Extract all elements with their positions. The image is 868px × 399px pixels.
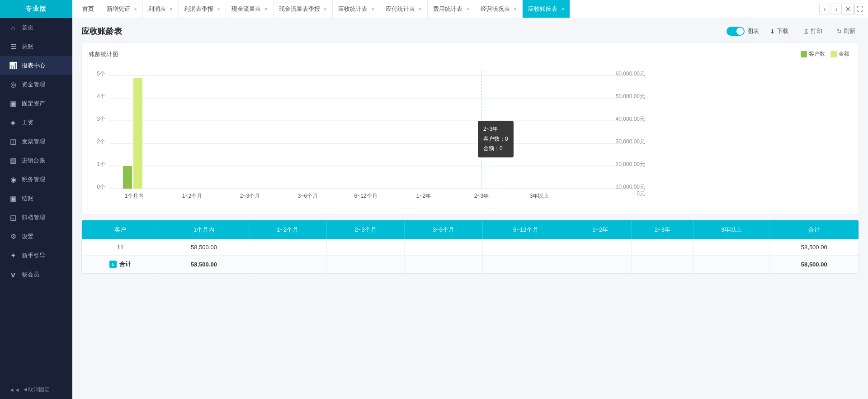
page-title: 应收账龄表 xyxy=(81,26,122,37)
svg-text:2~3年: 2~3年 xyxy=(474,193,489,199)
chart-toggle-wrap: 图表 xyxy=(726,27,759,36)
chart-toggle-label: 图表 xyxy=(747,27,759,35)
tab-voucher[interactable]: 新增凭证 × xyxy=(101,0,143,18)
svg-text:6~12个月: 6~12个月 xyxy=(354,193,377,199)
chart-area: 账龄统计图 客户数 金额 5个 4个 3个 2个 1个 xyxy=(81,43,859,214)
tab-profit-quarter-close[interactable]: × xyxy=(217,6,220,12)
sidebar-item-ledger[interactable]: ☰ 总账 xyxy=(0,37,72,56)
vip-icon: V xyxy=(9,271,17,279)
tab-aging[interactable]: 应收账龄表 × xyxy=(523,0,570,18)
tab-next-button[interactable]: › xyxy=(831,4,842,14)
svg-text:5个: 5个 xyxy=(97,71,105,77)
reports-icon: 📊 xyxy=(9,62,17,70)
col-m12: 1~2个月 xyxy=(249,220,326,239)
download-icon: ⬇ xyxy=(770,28,775,35)
tab-nav-buttons: ‹ › ✕ ⛶ xyxy=(819,4,865,14)
page-body: 应收账龄表 图表 ⬇ 下载 🖨 打印 ↻ 刷新 xyxy=(72,18,868,399)
tab-cashflow-quarter[interactable]: 现金流量表季报 × xyxy=(274,0,333,18)
legend-customer-color xyxy=(801,51,807,57)
app-logo: 专业版 xyxy=(0,0,72,18)
svg-text:40,000.00元: 40,000.00元 xyxy=(616,116,645,122)
svg-text:1个: 1个 xyxy=(97,161,105,167)
tab-cashflow-close[interactable]: × xyxy=(264,6,268,12)
tab-operation-close[interactable]: × xyxy=(514,6,517,12)
sidebar-item-salary[interactable]: ◈ 工资 xyxy=(0,113,72,132)
refresh-button[interactable]: ↻ 刷新 xyxy=(833,25,859,37)
chart-svg-wrap: 5个 4个 3个 2个 1个 0个 60,000.00元 50,000.00元 … xyxy=(89,62,851,207)
invoice-icon: ◫ xyxy=(9,138,17,146)
chart-toggle[interactable] xyxy=(726,27,745,36)
tab-voucher-close[interactable]: × xyxy=(134,6,137,12)
col-m36: 3~6个月 xyxy=(405,220,482,239)
bar-amount-1 xyxy=(133,78,142,189)
assets-icon: ▣ xyxy=(9,100,17,108)
tab-close-all-button[interactable]: ✕ xyxy=(843,4,854,14)
summary-y3plus xyxy=(693,256,769,273)
tab-profit-quarter[interactable]: 利润表季报 × xyxy=(179,0,226,18)
tax-icon: ◉ xyxy=(9,176,17,184)
sidebar-item-reports[interactable]: 📊 报表中心 xyxy=(0,56,72,75)
unpin-button[interactable]: ◄◄ ◄取消固定 xyxy=(0,380,72,399)
tab-profit-close[interactable]: × xyxy=(170,6,173,12)
tab-cashflow[interactable]: 现金流量表 × xyxy=(226,0,274,18)
download-button[interactable]: ⬇ 下载 xyxy=(766,25,792,37)
svg-text:50,000.00元: 50,000.00元 xyxy=(616,93,645,100)
inventory-icon: ▥ xyxy=(9,157,17,165)
sidebar-item-tax[interactable]: ◉ 税务管理 xyxy=(0,170,72,189)
bar-customer-1 xyxy=(123,166,132,189)
tab-profit[interactable]: 利润表 × xyxy=(143,0,179,18)
sidebar-item-archive[interactable]: ◱ 归档管理 xyxy=(0,208,72,227)
tab-payable-stat-close[interactable]: × xyxy=(419,6,422,12)
ledger-icon: ☰ xyxy=(9,43,17,51)
sidebar-item-close[interactable]: ▣ 结账 xyxy=(0,189,72,208)
svg-text:0个: 0个 xyxy=(97,184,105,190)
chart-svg: 5个 4个 3个 2个 1个 0个 60,000.00元 50,000.00元 … xyxy=(89,62,650,207)
summary-m23 xyxy=(326,256,404,273)
sidebar-item-settings[interactable]: ⚙ 设置 xyxy=(0,227,72,246)
tab-maximize-button[interactable]: ⛶ xyxy=(854,4,865,14)
sidebar-item-home[interactable]: ⌂ 首页 xyxy=(0,18,72,37)
tab-receivable-stat-close[interactable]: × xyxy=(371,6,374,12)
tab-aging-close[interactable]: × xyxy=(561,6,564,12)
table-row: 11 58,500.00 58,500.00 xyxy=(82,239,859,256)
close-accounts-icon: ▣ xyxy=(9,195,17,203)
legend-amount-color xyxy=(830,51,837,57)
sidebar: 专业版 ⌂ 首页 ☰ 总账 📊 报表中心 ◎ 资金管理 ▣ 固定资产 ◈ 工资 … xyxy=(0,0,72,399)
archive-icon: ◱ xyxy=(9,214,17,222)
col-y23: 2~3年 xyxy=(632,220,694,239)
tab-prev-button[interactable]: ‹ xyxy=(819,4,830,14)
tab-expense-stat[interactable]: 费用统计表 × xyxy=(428,0,475,18)
cell-m36 xyxy=(405,239,482,256)
tab-receivable-stat[interactable]: 应收统计表 × xyxy=(333,0,380,18)
cell-y23 xyxy=(632,239,694,256)
tab-home[interactable]: 首页 xyxy=(75,0,101,18)
cell-m12 xyxy=(249,239,326,256)
tab-operation[interactable]: 经营状况表 × xyxy=(475,0,523,18)
table-header-row: 客户 1个月内 1~2个月 2~3个月 3~6个月 6~12个月 1~2年 2~… xyxy=(82,220,859,239)
tab-cashflow-quarter-close[interactable]: × xyxy=(324,6,327,12)
col-y3plus: 3年以上 xyxy=(693,220,769,239)
summary-label: Σ 合计 xyxy=(85,260,155,268)
summary-row: Σ 合计 58,500.00 58,500.00 xyxy=(82,256,859,273)
sidebar-item-invoice[interactable]: ◫ 发票管理 xyxy=(0,132,72,151)
print-button[interactable]: 🖨 打印 xyxy=(799,25,826,37)
legend-customer: 客户数 xyxy=(801,50,825,58)
svg-text:1个月内: 1个月内 xyxy=(125,193,144,199)
sidebar-item-funds[interactable]: ◎ 资金管理 xyxy=(0,75,72,94)
svg-text:2~3个月: 2~3个月 xyxy=(240,193,260,199)
tab-payable-stat[interactable]: 应付统计表 × xyxy=(380,0,428,18)
sidebar-item-assets[interactable]: ▣ 固定资产 xyxy=(0,94,72,113)
cell-total: 58,500.00 xyxy=(769,239,859,256)
sidebar-item-guide[interactable]: ✦ 新手引导 xyxy=(0,246,72,265)
svg-text:4个: 4个 xyxy=(97,93,105,100)
col-total: 合计 xyxy=(769,220,859,239)
sidebar-item-vip[interactable]: V 畅会员 xyxy=(0,265,72,284)
summary-total: 58,500.00 xyxy=(769,256,859,273)
tab-expense-stat-close[interactable]: × xyxy=(466,6,469,12)
summary-m36 xyxy=(405,256,482,273)
page-header: 应收账龄表 图表 ⬇ 下载 🖨 打印 ↻ 刷新 xyxy=(81,25,859,37)
svg-text:20,000.00元: 20,000.00元 xyxy=(616,161,645,167)
svg-text:30,000.00元: 30,000.00元 xyxy=(616,138,645,145)
sidebar-item-inventory[interactable]: ▥ 进销台账 xyxy=(0,151,72,170)
cell-y3plus xyxy=(693,239,769,256)
